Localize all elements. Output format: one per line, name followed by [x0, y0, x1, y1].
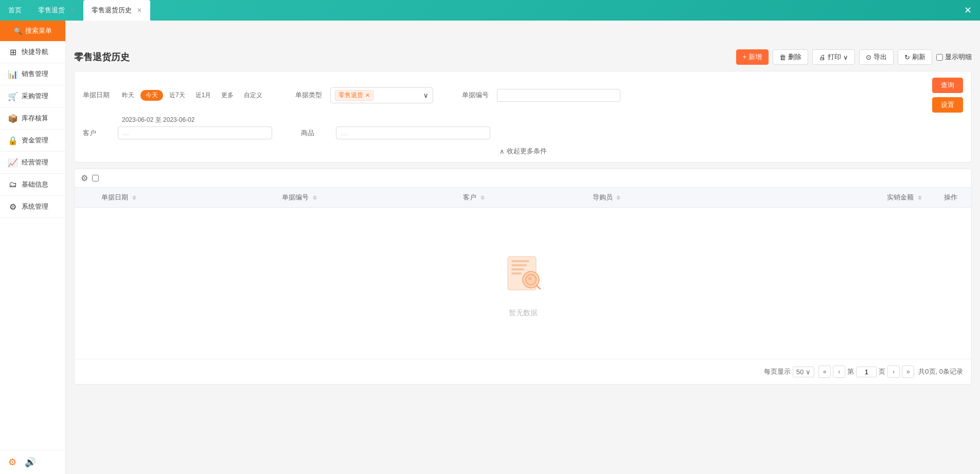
goods-filter: 商品 …: [301, 126, 490, 139]
quick-nav-icon: ⊞: [8, 47, 17, 57]
sidebar-bottom: ⚙ 🔊: [0, 450, 65, 474]
new-button[interactable]: + 新增: [736, 49, 769, 65]
sidebar-item-basic-info[interactable]: 🗂 基础信息: [0, 174, 65, 196]
search-icon: 🔍: [14, 27, 22, 35]
data-table: 单据日期 单据编号 客户: [75, 188, 971, 359]
tab-retail-return-history[interactable]: 零售退货历史 ✕: [83, 0, 150, 21]
print-button[interactable]: 🖨 打印 ∨: [812, 49, 855, 65]
operations-icon: 📈: [8, 158, 17, 167]
settings-filter-button[interactable]: 设置: [932, 97, 963, 113]
svg-rect-4: [511, 272, 522, 275]
first-page-button[interactable]: «: [818, 366, 831, 378]
system-icon: ⚙: [8, 202, 17, 211]
page-size-dropdown[interactable]: 50 ∨: [793, 367, 814, 377]
export-button[interactable]: ⊙ 导出: [859, 49, 894, 65]
sidebar-item-operations-mgmt[interactable]: 📈 经营管理: [0, 152, 65, 174]
sort-customer-icon: [480, 195, 485, 200]
sidebar-item-finance-mgmt[interactable]: 🔒 资金管理: [0, 130, 65, 152]
goods-input[interactable]: …: [336, 126, 490, 139]
date-btn-today[interactable]: 今天: [140, 90, 163, 101]
goods-label: 商品: [301, 129, 332, 138]
inventory-icon: 📦: [8, 114, 17, 123]
th-amount[interactable]: 实销金额: [741, 188, 930, 208]
collapse-button[interactable]: ∧ 收起更多条件: [83, 144, 963, 156]
audio-bottom-icon[interactable]: 🔊: [25, 457, 36, 468]
svg-rect-1: [511, 260, 529, 262]
tab-retail-return[interactable]: 零售退货 ✕: [30, 0, 83, 21]
print-icon: 🖨: [819, 53, 826, 61]
finance-icon: 🔒: [8, 136, 17, 145]
date-range-text: 2023-06-02 至 2023-06-02: [122, 116, 194, 124]
svg-line-7: [537, 285, 540, 289]
refresh-icon: ↻: [904, 53, 910, 61]
customer-input[interactable]: …: [118, 126, 272, 139]
pagination: 每页显示 50 ∨ « ‹ 第 页 ›: [75, 359, 971, 384]
filter-row-1: 单据日期 昨天 今天 近7天 近1月 更多 自定义 单据类型 零售退货 ✕: [83, 78, 963, 113]
sales-icon: 📊: [8, 69, 17, 79]
tab-retail-return-history-close[interactable]: ✕: [137, 7, 142, 14]
settings-bottom-icon[interactable]: ⚙: [8, 457, 16, 468]
date-btn-custom[interactable]: 自定义: [240, 90, 266, 101]
sort-amount-icon: [918, 195, 922, 200]
page-size-selector: 每页显示 50 ∨: [764, 367, 814, 377]
th-number[interactable]: 单据编号: [276, 188, 456, 208]
doc-type-tag: 零售退货 ✕: [335, 90, 373, 101]
sort-date-icon: [132, 195, 136, 200]
th-date[interactable]: 单据日期: [95, 188, 276, 208]
delete-icon: 🗑: [779, 53, 786, 61]
window-close-button[interactable]: ✕: [956, 5, 980, 16]
date-filter: 单据日期 昨天 今天 近7天 近1月 更多 自定义: [83, 90, 266, 101]
sidebar: 🔍 搜索菜单 ⊞ 快捷导航 📊 销售管理 🛒 采购管理 📦 库存核算 🔒 资金管…: [0, 21, 66, 474]
page-title: 零售退货历史: [74, 51, 130, 63]
sidebar-item-inventory[interactable]: 📦 库存核算: [0, 107, 65, 130]
sidebar-search[interactable]: 🔍 搜索菜单: [0, 21, 65, 41]
header-actions: + 新增 🗑 删除 🖨 打印 ∨ ⊙ 导出 ↻ 刷新 显示明细: [736, 49, 972, 65]
basic-info-icon: 🗂: [8, 180, 17, 189]
table-settings-icon[interactable]: ⚙: [81, 173, 88, 183]
svg-rect-3: [511, 268, 524, 270]
doc-number-input[interactable]: [497, 89, 620, 102]
doc-type-tag-close[interactable]: ✕: [365, 92, 370, 99]
doc-type-label: 单据类型: [295, 90, 326, 100]
sort-guide-icon: [616, 195, 620, 200]
print-dropdown-icon: ∨: [843, 53, 848, 61]
tab-home[interactable]: 首页: [0, 0, 30, 21]
sidebar-item-system-mgmt[interactable]: ⚙ 系统管理: [0, 196, 65, 218]
doc-number-label: 单据编号: [462, 90, 493, 100]
filter-area: 单据日期 昨天 今天 近7天 近1月 更多 自定义 单据类型 零售退货 ✕: [74, 71, 972, 162]
th-guide[interactable]: 导购员: [586, 188, 742, 208]
th-checkbox: [75, 188, 95, 208]
page-number-input[interactable]: [856, 367, 877, 377]
refresh-button[interactable]: ↻ 刷新: [898, 49, 932, 65]
next-page-button[interactable]: ›: [887, 366, 900, 378]
empty-state: 暂无数据: [75, 208, 971, 359]
customer-filter: 客户 …: [83, 126, 272, 139]
sidebar-item-sales-mgmt[interactable]: 📊 销售管理: [0, 63, 65, 85]
th-customer[interactable]: 客户: [457, 188, 586, 208]
table-container: ⚙ 单据日期 单据编号: [74, 169, 972, 385]
date-btn-yesterday[interactable]: 昨天: [118, 90, 138, 101]
main-content: 零售退货历史 + 新增 🗑 删除 🖨 打印 ∨ ⊙ 导出 ↻ 刷新: [66, 41, 980, 474]
table-toolbar: ⚙: [75, 169, 971, 188]
delete-button[interactable]: 🗑 删除: [773, 49, 808, 65]
sidebar-item-quick-nav[interactable]: ⊞ 快捷导航: [0, 41, 65, 63]
pagination-summary: 共0页, 0条记录: [918, 367, 963, 376]
date-btn-7days[interactable]: 近7天: [165, 90, 189, 101]
show-detail-checkbox[interactable]: [936, 54, 943, 61]
last-page-button[interactable]: »: [902, 366, 914, 378]
empty-text: 暂无数据: [509, 308, 538, 318]
customer-label: 客户: [83, 129, 114, 138]
doc-number-filter: 单据编号: [462, 89, 620, 102]
table-select-all-checkbox[interactable]: [92, 175, 99, 181]
doc-type-select[interactable]: 零售退货 ✕ ∨: [330, 87, 433, 103]
date-btn-more[interactable]: 更多: [217, 90, 238, 101]
purchase-icon: 🛒: [8, 92, 17, 101]
sidebar-item-purchase-mgmt[interactable]: 🛒 采购管理: [0, 85, 65, 107]
show-detail-checkbox-label[interactable]: 显示明细: [936, 52, 972, 62]
date-btn-1month[interactable]: 近1月: [191, 90, 216, 101]
query-button[interactable]: 查询: [932, 78, 963, 93]
tab-retail-return-close[interactable]: ✕: [70, 7, 75, 14]
prev-page-button[interactable]: ‹: [833, 366, 845, 378]
page-navigation: « ‹ 第 页 › »: [818, 366, 914, 378]
top-bar: 首页 零售退货 ✕ 零售退货历史 ✕ ✕: [0, 0, 980, 21]
